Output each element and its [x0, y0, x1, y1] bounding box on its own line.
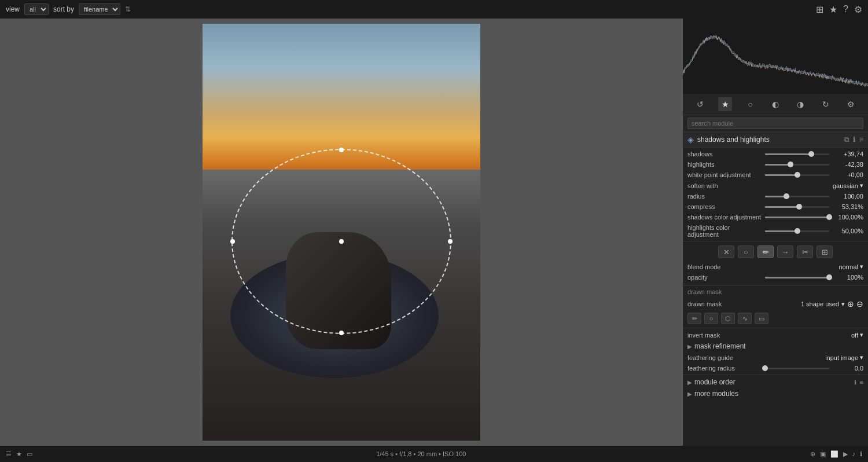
blend-mode-value[interactable]: normal ▾	[763, 263, 863, 270]
drawn-mask-row: drawn mask 1 shape used ▾ ⊕ ⊖	[683, 298, 868, 310]
star-nav-icon[interactable]: ★	[718, 97, 732, 111]
compress-track[interactable]	[765, 206, 829, 208]
feathering-radius-track[interactable]	[765, 368, 829, 369]
radius-label: radius	[687, 193, 763, 200]
module-order-menu-icon[interactable]: ≡	[860, 379, 863, 386]
module-header[interactable]: ◈ shadows and highlights ⧉ ℹ ≡	[683, 132, 868, 148]
arrow-blend-btn[interactable]: →	[777, 245, 793, 258]
photo-background	[203, 24, 480, 441]
module-title: shadows and highlights	[697, 135, 841, 144]
drawn-mask-add-icon[interactable]: ⊕	[847, 299, 854, 309]
polygon-mask-btn[interactable]: ⬡	[721, 313, 735, 324]
feathering-guide-row: feathering guide input image ▾	[683, 352, 868, 363]
compress-value: 53,31%	[832, 203, 863, 210]
mask-shape-icons: ✏ ○ ⬡ ∿ ▭	[683, 310, 868, 327]
pencil-blend-btn[interactable]: ✏	[757, 245, 774, 258]
cancel-blend-btn[interactable]: ✕	[718, 245, 734, 258]
tone-nav-icon[interactable]: ◐	[768, 97, 782, 111]
color-nav-icon[interactable]: ◑	[793, 97, 807, 111]
soften-with-label: soften with	[687, 182, 763, 189]
path-mask-btn[interactable]: ∿	[738, 313, 752, 324]
soften-with-value[interactable]: gaussian ▾	[763, 182, 863, 189]
circle-blend-btn[interactable]: ○	[738, 245, 754, 258]
status-info2-icon[interactable]: ℹ	[860, 450, 862, 458]
opacity-track[interactable]	[765, 277, 829, 278]
blend-mode-chevron-icon: ▾	[860, 263, 863, 270]
drawn-mask-del-icon[interactable]: ⊖	[856, 299, 863, 309]
module-section: ◈ shadows and highlights ⧉ ℹ ≡ shadows +…	[683, 132, 868, 401]
prefs-icon[interactable]: ⚙	[854, 4, 862, 15]
ellipse-mask-btn[interactable]: ○	[704, 313, 718, 324]
compress-thumb[interactable]	[796, 204, 802, 210]
feathering-radius-thumb[interactable]	[762, 365, 768, 371]
rect-mask-btn[interactable]: ▭	[755, 313, 768, 324]
white-point-label: white point adjustment	[687, 171, 763, 178]
module-menu-icon[interactable]: ≡	[859, 135, 863, 144]
status-frame-icon[interactable]: ▭	[27, 450, 32, 458]
module-order-info-icon[interactable]: ℹ	[854, 379, 856, 386]
status-grid-icon[interactable]: ☰	[6, 450, 12, 458]
grid-blend-btn[interactable]: ⊞	[816, 245, 833, 258]
drawn-mask-value: 1 shape used ▾ ⊕ ⊖	[748, 299, 863, 309]
radius-thumb[interactable]	[784, 193, 789, 199]
fav-icon[interactable]: ★	[829, 4, 837, 15]
histogram	[683, 19, 868, 94]
module-power-icon[interactable]: ◈	[687, 135, 694, 144]
topbar: view all sort by filename ⇅ ⊞ ★ ? ⚙	[0, 0, 868, 19]
module-copy-icon[interactable]: ⧉	[844, 135, 849, 144]
more-modules-row[interactable]: ▶ more modules	[683, 388, 868, 399]
module-info-icon[interactable]: ℹ	[853, 135, 856, 144]
circle-nav-icon[interactable]: ○	[744, 97, 757, 111]
module-body: shadows +39,74 highlights -42,38	[683, 148, 868, 401]
search-input[interactable]	[687, 118, 863, 129]
highlights-color-thumb[interactable]	[795, 228, 800, 234]
highlights-color-slider-row: highlights color adjustment 50,00%	[683, 222, 868, 240]
status-target-icon[interactable]: ⊕	[810, 450, 815, 458]
feathering-radius-value: 0,0	[832, 365, 863, 372]
highlights-thumb[interactable]	[788, 162, 793, 167]
radius-value: 100,00	[832, 193, 863, 200]
shadows-color-track[interactable]	[765, 217, 829, 218]
module-order-row[interactable]: ▶ module order ℹ ≡	[683, 376, 868, 388]
drawn-mask-shape-count: 1 shape used	[801, 300, 839, 307]
tool-blend-btn[interactable]: ✂	[797, 245, 813, 258]
highlights-label: highlights	[687, 161, 763, 168]
shadows-slider-row: shadows +39,74	[683, 149, 868, 159]
opacity-thumb[interactable]	[826, 274, 832, 280]
feathering-guide-value[interactable]: input image ▾	[763, 354, 863, 361]
feathering-radius-slider-row: feathering radius 0,0	[683, 363, 868, 373]
sortby-select[interactable]: filename	[79, 3, 120, 15]
status-crop-icon[interactable]: ⬜	[830, 450, 838, 458]
shadows-track[interactable]	[765, 153, 829, 155]
shadows-thumb[interactable]	[808, 151, 814, 157]
soften-with-row: soften with gaussian ▾	[683, 180, 868, 191]
shadows-label: shadows	[687, 151, 763, 157]
mask-refinement-row[interactable]: ▶ mask refinement	[683, 340, 868, 352]
feathering-radius-label: feathering radius	[687, 365, 763, 372]
status-note-icon[interactable]: ♪	[852, 450, 856, 458]
canvas-area	[0, 19, 683, 446]
help-icon[interactable]: ?	[843, 4, 848, 15]
settings-nav-icon[interactable]: ⚙	[844, 97, 858, 111]
grid-icon[interactable]: ⊞	[816, 4, 823, 15]
sort-order-icon[interactable]: ⇅	[125, 5, 131, 13]
pencil-mask-btn[interactable]: ✏	[687, 313, 701, 324]
highlights-color-track[interactable]	[765, 230, 829, 232]
radius-track[interactable]	[765, 196, 829, 197]
white-point-track[interactable]	[765, 174, 829, 176]
more-modules-label: more modules	[694, 390, 738, 398]
status-palette-icon[interactable]: ▣	[820, 450, 826, 458]
history-nav-icon[interactable]: ↺	[693, 97, 707, 111]
drawn-mask-chevron-icon[interactable]: ▾	[841, 300, 845, 308]
shadows-color-thumb[interactable]	[826, 214, 832, 220]
status-play-icon[interactable]: ▶	[843, 450, 848, 458]
white-point-value: +0,00	[832, 171, 863, 178]
highlights-track[interactable]	[765, 164, 829, 166]
view-select[interactable]: all	[24, 3, 49, 15]
opacity-fill	[765, 277, 829, 278]
status-star-icon[interactable]: ★	[16, 450, 22, 458]
reset-nav-icon[interactable]: ↻	[819, 97, 833, 111]
blend-mode-label: blend mode	[687, 263, 763, 270]
white-point-thumb[interactable]	[795, 172, 800, 178]
invert-mask-value[interactable]: off ▾	[763, 331, 863, 339]
